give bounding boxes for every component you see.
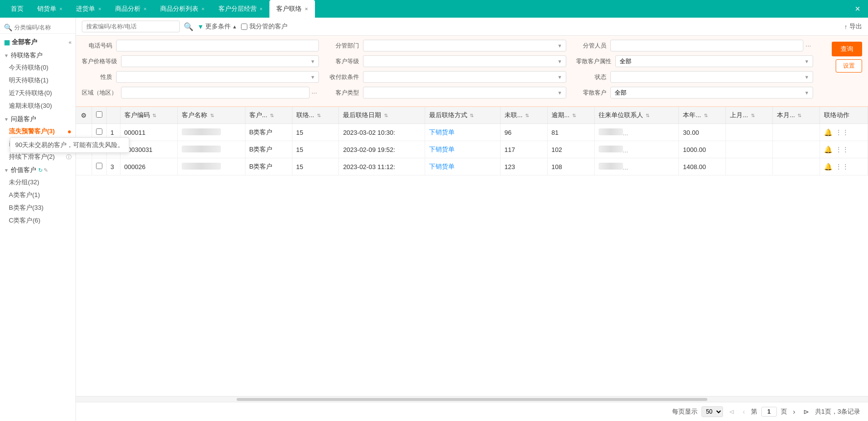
no-contact-col-header[interactable]: 未联... ⇅: [500, 107, 547, 124]
close-icon[interactable]: ×: [260, 6, 263, 12]
per-page-select[interactable]: 50: [701, 406, 723, 417]
edit-icon[interactable]: ✎: [44, 167, 48, 173]
retail-customer-select[interactable]: 全部: [610, 87, 813, 99]
export-button[interactable]: ↑ 导出: [844, 22, 863, 31]
contact-action-icon[interactable]: 🔔: [824, 146, 832, 153]
nature-select[interactable]: [116, 71, 319, 83]
more-dots-icon[interactable]: ···: [803, 42, 813, 50]
sidebar-item-churn-warning[interactable]: 流失预警客户(3) ●: [0, 125, 75, 138]
arrow-icon: ▼: [4, 53, 9, 58]
retail-customer-label: 零散客户: [576, 89, 610, 97]
close-icon[interactable]: ×: [305, 6, 308, 12]
last-month-col-header[interactable]: 上月... ⇅: [726, 107, 773, 124]
type-col-header[interactable]: 客户... ⇅: [245, 107, 292, 124]
this-year-col-header[interactable]: 本年... ⇅: [679, 107, 726, 124]
payment-select[interactable]: [363, 71, 566, 83]
retail-attr-select-wrapper: 全部 ▼: [615, 55, 813, 67]
sidebar-item-a-class[interactable]: A类客户(1): [0, 189, 75, 201]
customer-level-select[interactable]: [363, 55, 566, 67]
my-customers-checkbox[interactable]: [241, 24, 247, 30]
dept-select[interactable]: [363, 40, 566, 51]
sidebar-item-c-class[interactable]: C类客户(6): [0, 214, 75, 227]
last-page-button[interactable]: ⊳: [801, 407, 811, 417]
my-customers-checkbox-label[interactable]: 我分管的客户: [241, 22, 288, 31]
code-col-header[interactable]: 客户编码 ⇅: [120, 107, 177, 124]
price-level-select[interactable]: [121, 55, 319, 67]
search-button[interactable]: 🔍: [184, 22, 193, 31]
sidebar-item-ungrouped[interactable]: 未分组(32): [0, 176, 75, 189]
tab-customer-contact[interactable]: 客户联络 ×: [269, 0, 314, 18]
sidebar-all-customers[interactable]: ▦ 全部客户 «: [0, 36, 75, 49]
sidebar-search-input[interactable]: [14, 24, 72, 31]
close-icon[interactable]: ×: [201, 6, 204, 12]
close-icon[interactable]: ×: [59, 6, 62, 12]
sort-icon: ⇅: [270, 113, 274, 118]
first-page-button[interactable]: ⊲: [727, 407, 737, 417]
customer-type-select[interactable]: [363, 87, 566, 99]
tab-purchase[interactable]: 进货单 ×: [69, 0, 108, 18]
tab-home[interactable]: 首页: [4, 0, 30, 18]
search-input[interactable]: [82, 21, 180, 32]
last-contact-method-link[interactable]: 下销货单: [429, 146, 455, 153]
action-cell: 🔔 ⋮⋮: [820, 141, 868, 158]
company-contact-col-header[interactable]: 往来单位联系人 ⇅: [594, 107, 679, 124]
sidebar-group-problem[interactable]: ▼ 问题客户: [0, 112, 75, 125]
contact-col-header[interactable]: 联络... ⇅: [292, 107, 339, 124]
last-contact-method-link[interactable]: 下销货单: [429, 163, 455, 170]
checkbox-cell[interactable]: [92, 158, 106, 175]
row-checkbox[interactable]: [96, 128, 102, 135]
sidebar-item-today[interactable]: 今天待联络(0): [0, 61, 75, 74]
sidebar-item-7days[interactable]: 近7天待联络(0): [0, 87, 75, 99]
more-action-icon[interactable]: ⋮⋮: [835, 128, 849, 136]
phone-input[interactable]: [116, 40, 319, 51]
status-select[interactable]: [610, 71, 813, 83]
sort-icon: ⇅: [470, 113, 474, 118]
area-input[interactable]: [121, 87, 310, 99]
sidebar-item-b-class[interactable]: B类客户(33): [0, 201, 75, 214]
this-month-col-header[interactable]: 本月... ⇅: [773, 107, 820, 124]
more-action-icon[interactable]: ⋮⋮: [835, 146, 849, 153]
sidebar-search-area: 🔍: [0, 22, 75, 34]
query-button[interactable]: 查询: [832, 42, 862, 56]
settings-col-header[interactable]: ⚙: [76, 107, 92, 124]
phone-field: 电话号码: [82, 40, 319, 51]
contact-cell: 15: [292, 124, 339, 141]
contact-action-icon[interactable]: 🔔: [824, 128, 832, 136]
page-number-input[interactable]: [761, 407, 777, 417]
tab-customer-layer[interactable]: 客户分层经营 ×: [212, 0, 269, 18]
refresh-icon[interactable]: ↻: [38, 167, 43, 173]
last-contact-method-cell[interactable]: 下销货单: [425, 158, 500, 175]
manager-input[interactable]: [610, 40, 804, 51]
last-contact-date-col-header[interactable]: 最后联络日期 ⇅: [339, 107, 425, 124]
close-icon[interactable]: ×: [98, 6, 101, 12]
select-all-checkbox[interactable]: [96, 111, 102, 118]
last-contact-method-cell[interactable]: 下销货单: [425, 141, 500, 158]
prev-page-button[interactable]: ‹: [741, 407, 747, 417]
tab-analysis[interactable]: 商品分析 ×: [108, 0, 153, 18]
more-dots-icon[interactable]: ···: [310, 89, 319, 97]
next-page-button[interactable]: ›: [791, 407, 797, 417]
retail-attr-select[interactable]: 全部: [615, 55, 813, 67]
tab-sales[interactable]: 销货单 ×: [30, 0, 69, 18]
last-contact-method-cell[interactable]: 下销货单: [425, 124, 500, 141]
last-contact-method-link[interactable]: 下销货单: [429, 128, 455, 136]
tab-analysis-list[interactable]: 商品分析列表 ×: [153, 0, 211, 18]
overdue-col-header[interactable]: 逾期... ⇅: [547, 107, 594, 124]
settings-button[interactable]: 设置: [836, 59, 862, 73]
last-contact-method-col-header[interactable]: 最后联络方式 ⇅: [425, 107, 500, 124]
sidebar-item-tomorrow[interactable]: 明天待联络(1): [0, 74, 75, 87]
close-icon[interactable]: ×: [144, 6, 146, 12]
row-checkbox[interactable]: [96, 163, 102, 169]
contact-action-icon[interactable]: 🔔: [824, 163, 832, 171]
more-action-icon[interactable]: ⋮⋮: [835, 163, 849, 171]
checkbox-col-header[interactable]: [92, 107, 106, 124]
sidebar-group-value[interactable]: ▼ 价值客户 ↻ ✎: [0, 163, 75, 176]
name-col-header[interactable]: 客户名称 ⇅: [177, 107, 245, 124]
sidebar-item-overdue[interactable]: 逾期未联络(30): [0, 99, 75, 112]
sort-icon: ⇅: [317, 113, 321, 118]
no-contact-cell: 117: [500, 141, 547, 158]
sidebar-group-pending[interactable]: ▼ 待联络客户: [0, 49, 75, 61]
horizontal-scrollbar[interactable]: [76, 396, 868, 402]
window-close-btn[interactable]: ×: [851, 4, 864, 14]
more-conditions-button[interactable]: ▼ 更多条件 ▲: [197, 22, 237, 31]
